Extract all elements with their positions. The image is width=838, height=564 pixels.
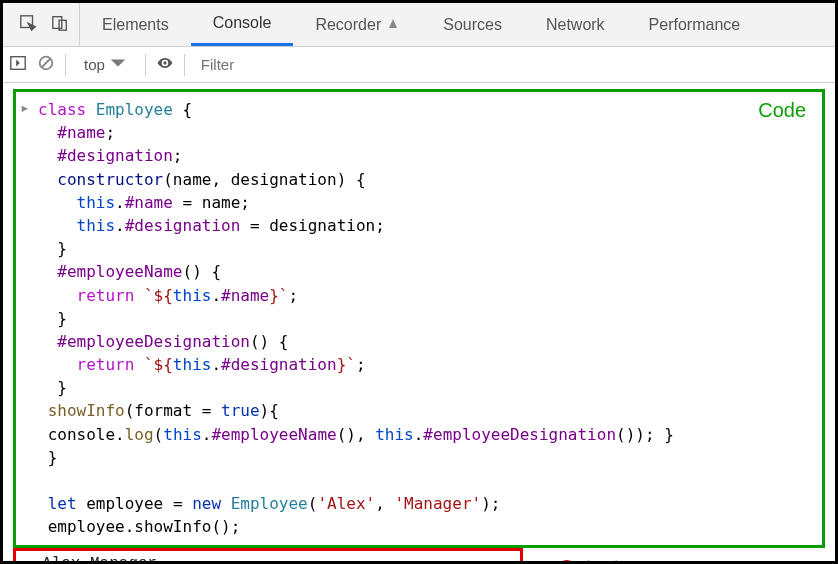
code-annotation: Code [758, 96, 806, 125]
context-select[interactable]: top [76, 52, 135, 77]
svg-point-6 [163, 61, 166, 64]
inspect-controls [9, 3, 80, 46]
console-output: Alex Manager [42, 555, 157, 564]
tab-network[interactable]: Network [524, 3, 627, 46]
code-line: showInfo(format = true){ [38, 399, 279, 422]
tab-recorder[interactable]: Recorder [293, 3, 421, 46]
devtools-tabs: Elements Console Recorder Sources Networ… [3, 3, 835, 47]
preview-icon [387, 16, 399, 34]
code-line: #employeeDesignation() { [38, 330, 288, 353]
code-line: console.log(this.#employeeName(), this.#… [38, 423, 674, 446]
device-toggle-icon[interactable] [51, 14, 69, 36]
output-annotation: Output [559, 556, 619, 564]
code-line: let employee = new Employee('Alex', 'Man… [38, 492, 500, 515]
separator [145, 54, 146, 76]
code-line: } [38, 446, 57, 469]
filter-input[interactable] [195, 52, 829, 77]
code-line: return `${this.#name}`; [38, 284, 298, 307]
tab-sources[interactable]: Sources [421, 3, 524, 46]
expand-caret-icon[interactable]: ▸ [20, 98, 38, 121]
console-body: Code ▸class Employee { #name; #designati… [3, 83, 835, 564]
code-line: class Employee { [38, 98, 192, 121]
tab-elements[interactable]: Elements [80, 3, 191, 46]
code-line: #designation; [38, 144, 183, 167]
separator [184, 54, 185, 76]
code-line: this.#designation = designation; [38, 214, 385, 237]
svg-rect-1 [53, 16, 62, 28]
code-line: } [38, 307, 67, 330]
separator [65, 54, 66, 76]
toggle-sidebar-icon[interactable] [9, 54, 27, 76]
console-toolbar: top [3, 47, 835, 83]
code-line [38, 469, 48, 492]
clear-console-icon[interactable] [37, 54, 55, 76]
code-block: Code ▸class Employee { #name; #designati… [13, 89, 825, 548]
code-line: return `${this.#designation}`; [38, 353, 366, 376]
tab-performance[interactable]: Performance [627, 3, 763, 46]
code-line: #employeeName() { [38, 260, 221, 283]
chevron-down-icon [109, 54, 127, 75]
code-line: } [38, 376, 67, 399]
eye-icon[interactable] [156, 54, 174, 76]
code-line: } [38, 237, 67, 260]
code-line: #name; [38, 121, 115, 144]
code-line: constructor(name, designation) { [38, 168, 366, 191]
inspect-element-icon[interactable] [19, 14, 37, 36]
code-line: this.#name = name; [38, 191, 250, 214]
svg-line-5 [42, 58, 51, 67]
tab-console[interactable]: Console [191, 3, 294, 46]
output-block: Alex Manager [13, 548, 523, 564]
code-line: employee.showInfo(); [38, 515, 240, 538]
